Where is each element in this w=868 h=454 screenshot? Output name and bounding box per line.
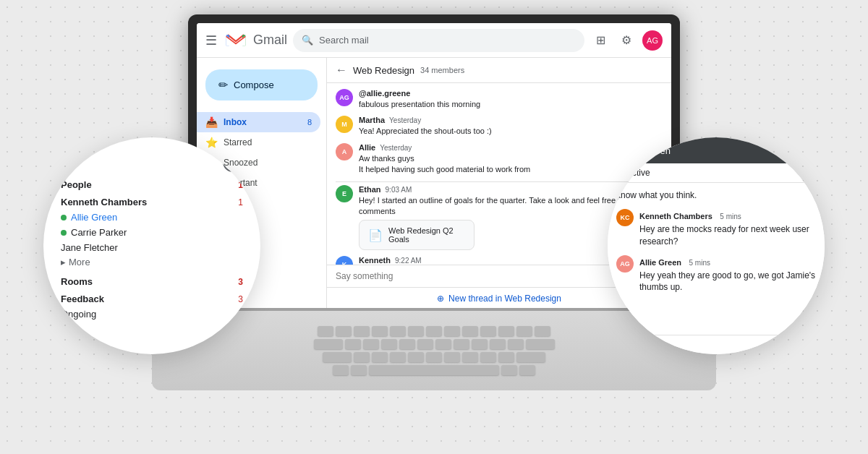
bubble-left-content: + People 1 Kenneth Chambers 1 Allie Gree… <box>43 137 260 354</box>
new-thread-label: New thread in Web Redesign <box>448 294 561 304</box>
rooms-section: Rooms 3 Feedback 3 Ongoing <box>61 276 243 322</box>
online-dot-allie <box>61 215 67 220</box>
chevron-right-icon: ▸ <box>61 257 66 267</box>
msg-time-3: Yesterday <box>380 144 412 152</box>
person-allie[interactable]: Allie Green <box>61 210 243 225</box>
msg-avatar-3: A <box>336 143 353 160</box>
key <box>472 339 488 349</box>
key <box>399 339 415 349</box>
msg-name-2: Martha <box>359 116 385 124</box>
room-name-feedback: Feedback <box>61 294 104 304</box>
gmail-header: ☰ Gmail 🔍 Search mail ⊞ ⚙ AG <box>197 23 671 58</box>
more-item[interactable]: ▸ More <box>61 257 243 267</box>
search-placeholder: Search mail <box>319 35 369 46</box>
msg-content-3: Allie Yesterday Aw thanks guysIt helped … <box>359 143 663 176</box>
snoozed-label: Snoozed <box>224 158 258 168</box>
bubble-text-allie: Hey yeah they are good to go, we got Jam… <box>639 270 816 294</box>
key <box>426 326 442 336</box>
msg-text-2: Yea! Appreciated the shout-outs too :) <box>359 126 663 137</box>
key <box>480 352 496 362</box>
key-shift <box>323 352 352 362</box>
key-spacebar <box>369 365 499 375</box>
bubble-avatar-allie: AG <box>616 255 634 273</box>
key-alt-r <box>501 365 517 375</box>
compose-label: Compose <box>234 80 274 90</box>
person-badge-kenneth: 1 <box>238 197 243 207</box>
key <box>363 339 379 349</box>
message-2: M Martha Yesterday Yea! Appreciated the … <box>336 116 663 137</box>
msg-text-1: fabulous presentation this morning <box>359 99 663 110</box>
key <box>498 352 514 362</box>
key <box>462 352 478 362</box>
people-bubble: + People 1 Kenneth Chambers 1 Allie Gree… <box>43 137 260 354</box>
key <box>318 326 333 336</box>
inbox-label: Inbox <box>224 117 247 127</box>
key <box>372 352 388 362</box>
bubble-intro-text: know what you think. <box>616 189 816 202</box>
person-jane[interactable]: Jane Fletcher <box>61 240 243 255</box>
person-carrie[interactable]: Carrie Parker <box>61 225 243 240</box>
room-ongoing[interactable]: Ongoing <box>61 307 243 322</box>
attachment-1[interactable]: 📄 Web Redesign Q2 Goals <box>359 220 475 250</box>
key-shift-r <box>516 352 545 362</box>
bubble-msg-allie: AG Allie Green 5 mins Hey yeah they are … <box>616 255 816 294</box>
bubble-msg-body-kenneth: Kenneth Chambers 5 mins Hey are the mock… <box>639 209 816 248</box>
rooms-section-title: Rooms <box>61 276 93 287</box>
attachment-name: Web Redesign Q2 Goals <box>388 226 465 244</box>
header-icons: ⊞ ⚙ AG <box>590 30 663 51</box>
person-kenneth[interactable]: Kenneth Chambers 1 <box>61 194 243 210</box>
more-label: More <box>69 257 90 267</box>
starred-label: Starred <box>224 137 252 147</box>
doc-icon: 📄 <box>368 228 383 242</box>
chat-header: ← Web Redesign 34 members <box>327 58 671 83</box>
key-ctrl-r <box>519 365 535 375</box>
msg-text-3: Aw thanks guysIt helped having such good… <box>359 153 663 176</box>
nav-inbox[interactable]: 📥 Inbox 8 <box>197 112 320 132</box>
msg-avatar-2: M <box>336 116 353 133</box>
message-1: AG @allie.greene fabulous presentation t… <box>336 89 663 110</box>
person-name-carrie: Carrie Parker <box>71 227 127 238</box>
room-name: Web Redesign <box>353 65 414 76</box>
msg-name-4: Ethan <box>359 185 381 194</box>
laptop-screen: ☰ Gmail 🔍 Search mail ⊞ ⚙ AG <box>188 14 680 318</box>
key <box>345 339 361 349</box>
key <box>490 339 506 349</box>
online-dot-carrie <box>61 230 67 236</box>
bubble-msg-allie-container: AG Allie Green 5 mins Hey yeah they are … <box>616 255 816 294</box>
user-avatar[interactable]: AG <box>642 30 663 51</box>
bubble-name-allie: Allie Green <box>639 258 681 267</box>
key-ctrl <box>333 365 349 375</box>
grid-icon[interactable]: ⊞ <box>590 30 610 51</box>
key-tab <box>314 339 343 349</box>
key-row-spacebar <box>333 365 535 375</box>
laptop-keyboard <box>152 311 716 390</box>
key-row-2 <box>314 339 555 349</box>
gmail-main: ✏ Compose 📥 Inbox 8 ⭐ Starred <box>197 58 671 309</box>
key <box>354 326 370 336</box>
key <box>462 326 478 336</box>
nav-starred[interactable]: ⭐ Starred <box>197 132 320 153</box>
key <box>381 339 397 349</box>
msg-time-5: 9:22 AM <box>395 257 422 265</box>
plus-icon: ⊕ <box>437 294 444 304</box>
key <box>444 326 460 336</box>
bubble-time-allie: 5 mins <box>689 259 710 267</box>
key <box>390 352 406 362</box>
key <box>508 339 524 349</box>
bubble-right-content: e Green — ⤡ ✕ Active ⋮ know what you thi… <box>608 137 825 354</box>
people-section-title: People <box>61 179 92 190</box>
search-bar[interactable]: 🔍 Search mail <box>293 29 584 52</box>
msg-avatar-4: E <box>336 185 353 202</box>
bubble-messages[interactable]: know what you think. KC Kenneth Chambers… <box>608 183 825 335</box>
settings-icon[interactable]: ⚙ <box>616 30 637 51</box>
key <box>354 352 370 362</box>
chat-bubble: e Green — ⤡ ✕ Active ⋮ know what you thi… <box>608 137 825 354</box>
intro-text: know what you think. <box>616 189 816 202</box>
hamburger-icon[interactable]: ☰ <box>205 33 217 48</box>
back-arrow-icon[interactable]: ← <box>336 64 347 77</box>
room-feedback[interactable]: Feedback 3 <box>61 291 243 307</box>
inbox-icon: 📥 <box>205 116 218 128</box>
compose-button[interactable]: ✏ Compose <box>205 69 318 100</box>
msg-avatar-5: K <box>336 256 353 265</box>
member-count: 34 members <box>420 66 464 74</box>
